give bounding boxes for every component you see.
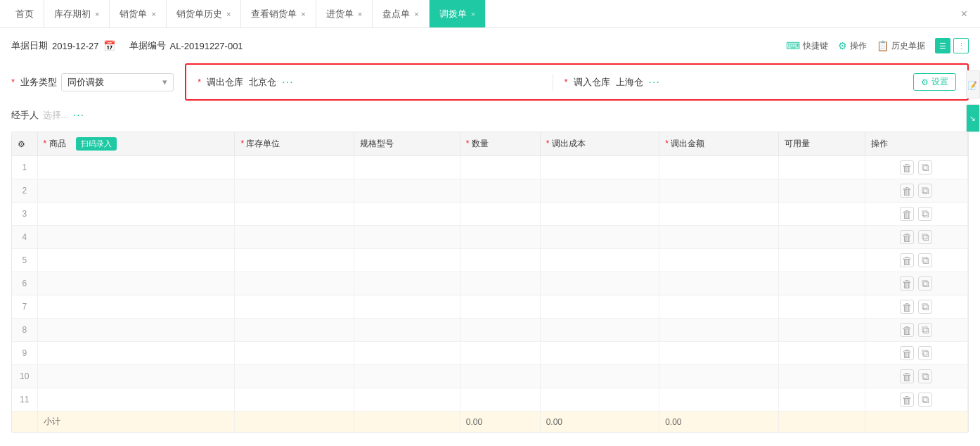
cell-spec[interactable]	[354, 388, 460, 412]
biz-type-select[interactable]: 同价调拨 ▾	[61, 73, 174, 91]
copy-row-button[interactable]: ⧉	[918, 300, 932, 314]
cell-cost[interactable]	[540, 156, 659, 179]
cell-qty[interactable]	[460, 249, 540, 272]
cell-amount[interactable]	[659, 226, 779, 249]
tab-close-transfer-order[interactable]: ×	[471, 10, 475, 18]
tab-sales-history[interactable]: 销货单历史 ×	[167, 0, 241, 27]
cell-product[interactable]	[37, 203, 235, 226]
cell-cost[interactable]	[540, 179, 659, 203]
manager-select[interactable]: 选择...	[43, 109, 69, 122]
copy-row-button[interactable]: ⧉	[918, 323, 932, 337]
sidebar-expand-icon[interactable]: ↗	[966, 104, 980, 132]
cell-cost[interactable]	[540, 319, 659, 342]
cell-cost[interactable]	[540, 295, 659, 319]
cell-product[interactable]	[37, 249, 235, 272]
tab-purchase-order[interactable]: 进货单 ×	[316, 0, 373, 27]
tab-transfer-order[interactable]: 调拨单 ×	[430, 0, 486, 27]
cell-available[interactable]	[778, 203, 865, 226]
calendar-icon[interactable]: 📅	[103, 40, 115, 51]
th-settings[interactable]: ⚙	[12, 132, 37, 156]
cell-spec[interactable]	[354, 365, 460, 388]
copy-row-button[interactable]: ⧉	[918, 393, 932, 407]
shortcut-key-btn[interactable]: ⌨ 快捷键	[786, 40, 828, 52]
tab-view-sales[interactable]: 查看销货单 ×	[241, 0, 316, 27]
cell-spec[interactable]	[354, 156, 460, 179]
tab-sales-order[interactable]: 销货单 ×	[110, 0, 166, 27]
copy-row-button[interactable]: ⧉	[918, 369, 932, 383]
cell-qty[interactable]	[460, 226, 540, 249]
delete-row-button[interactable]: 🗑	[900, 160, 914, 174]
cell-product[interactable]	[37, 272, 235, 295]
tab-close-sales-order[interactable]: ×	[151, 10, 155, 18]
cell-available[interactable]	[778, 388, 865, 412]
cell-cost[interactable]	[540, 365, 659, 388]
cell-spec[interactable]	[354, 249, 460, 272]
settings-button[interactable]: ⚙ 设置	[913, 73, 956, 91]
delete-row-button[interactable]: 🗑	[900, 300, 914, 314]
delete-row-button[interactable]: 🗑	[900, 253, 914, 267]
operation-btn[interactable]: ⚙ 操作	[838, 40, 867, 52]
delete-row-button[interactable]: 🗑	[900, 369, 914, 383]
delete-row-button[interactable]: 🗑	[900, 230, 914, 244]
cell-spec[interactable]	[354, 179, 460, 203]
cell-available[interactable]	[778, 226, 865, 249]
cell-product[interactable]	[37, 156, 235, 179]
cell-available[interactable]	[778, 272, 865, 295]
copy-row-button[interactable]: ⧉	[918, 276, 932, 291]
cell-amount[interactable]	[659, 179, 779, 203]
tab-inventory-check[interactable]: 盘点单 ×	[373, 0, 429, 27]
tab-close-inventory-check[interactable]: ×	[414, 10, 418, 18]
cell-cost[interactable]	[540, 249, 659, 272]
delete-row-button[interactable]: 🗑	[900, 323, 914, 337]
cell-amount[interactable]	[659, 272, 779, 295]
cell-unit[interactable]	[235, 319, 354, 342]
cell-unit[interactable]	[235, 203, 354, 226]
cell-qty[interactable]	[460, 388, 540, 412]
manager-more-icon[interactable]: ···	[73, 109, 84, 122]
delete-row-button[interactable]: 🗑	[900, 276, 914, 291]
cell-cost[interactable]	[540, 203, 659, 226]
cell-qty[interactable]	[460, 272, 540, 295]
layout-list-icon[interactable]: ☰	[935, 38, 950, 53]
window-close-button[interactable]: ×	[954, 8, 974, 20]
cell-amount[interactable]	[659, 156, 779, 179]
cell-spec[interactable]	[354, 226, 460, 249]
cell-qty[interactable]	[460, 365, 540, 388]
cell-cost[interactable]	[540, 342, 659, 365]
cell-available[interactable]	[778, 249, 865, 272]
cell-unit[interactable]	[235, 365, 354, 388]
cell-available[interactable]	[778, 156, 865, 179]
cell-unit[interactable]	[235, 295, 354, 319]
copy-row-button[interactable]: ⧉	[918, 207, 932, 221]
cell-spec[interactable]	[354, 342, 460, 365]
tab-inventory-init[interactable]: 库存期初 ×	[44, 0, 110, 27]
tab-close-purchase-order[interactable]: ×	[358, 10, 362, 18]
cell-available[interactable]	[778, 319, 865, 342]
cell-unit[interactable]	[235, 272, 354, 295]
cell-product[interactable]	[37, 319, 235, 342]
cell-unit[interactable]	[235, 156, 354, 179]
scan-entry-button[interactable]: 扫码录入	[76, 137, 117, 151]
cell-unit[interactable]	[235, 342, 354, 365]
transfer-in-more-icon[interactable]: ···	[649, 76, 660, 89]
cell-cost[interactable]	[540, 226, 659, 249]
cell-spec[interactable]	[354, 203, 460, 226]
tab-home[interactable]: 首页	[6, 0, 44, 27]
cell-qty[interactable]	[460, 203, 540, 226]
delete-row-button[interactable]: 🗑	[900, 393, 914, 407]
cell-unit[interactable]	[235, 179, 354, 203]
cell-unit[interactable]	[235, 226, 354, 249]
cell-available[interactable]	[778, 295, 865, 319]
history-btn[interactable]: 📋 历史单据	[877, 40, 925, 52]
copy-row-button[interactable]: ⧉	[918, 253, 932, 267]
cell-available[interactable]	[778, 342, 865, 365]
cell-amount[interactable]	[659, 249, 779, 272]
cell-amount[interactable]	[659, 203, 779, 226]
cell-amount[interactable]	[659, 365, 779, 388]
cell-qty[interactable]	[460, 156, 540, 179]
tab-close-view-sales[interactable]: ×	[301, 10, 305, 18]
cell-available[interactable]	[778, 179, 865, 203]
cell-amount[interactable]	[659, 388, 779, 412]
cell-product[interactable]	[37, 226, 235, 249]
cell-cost[interactable]	[540, 388, 659, 412]
